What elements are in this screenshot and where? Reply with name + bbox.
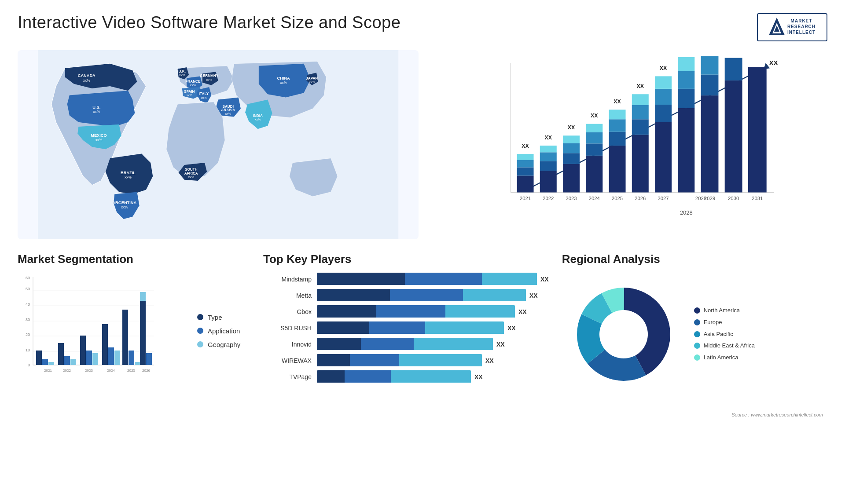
svg-text:ARABIA: ARABIA (221, 108, 235, 112)
legend-dot-geography (197, 341, 203, 347)
bar-segment (463, 289, 526, 301)
player-row: GboxXX (263, 305, 549, 318)
svg-text:AFRICA: AFRICA (184, 172, 198, 175)
key-players-section: Top Key Players MindstampXXMettaXXGboxXX… (263, 252, 549, 420)
regional-dot (694, 331, 700, 337)
player-xx-label: XX (485, 357, 494, 364)
svg-text:2023: 2023 (85, 369, 93, 373)
svg-rect-83 (678, 108, 695, 193)
svg-text:XX: XX (637, 83, 644, 89)
svg-text:2024: 2024 (107, 369, 115, 373)
player-bar-inner (317, 338, 493, 351)
svg-text:xx%: xx% (179, 73, 185, 77)
svg-text:0: 0 (28, 363, 30, 367)
players-list: MindstampXXMettaXXGboxXXS5D RUSHXXInnovi… (263, 273, 549, 383)
svg-rect-48 (540, 161, 557, 171)
bar-segment (317, 273, 405, 285)
svg-rect-125 (108, 347, 114, 365)
player-name: TVPage (263, 373, 312, 380)
bar-segment (399, 354, 482, 366)
player-name: Metta (263, 292, 312, 299)
svg-text:xx%: xx% (186, 94, 192, 97)
svg-rect-132 (140, 301, 146, 365)
svg-text:2029: 2029 (704, 196, 715, 201)
bar-chart: XX XX 2021 XX 2022 (432, 50, 827, 239)
svg-text:xx%: xx% (255, 118, 261, 121)
player-bar-wrap: XX (317, 289, 549, 302)
legend-application: Application (197, 327, 250, 335)
svg-text:60: 60 (26, 276, 30, 280)
bar-segment (390, 289, 463, 301)
svg-text:2026: 2026 (635, 196, 646, 201)
svg-rect-42 (517, 168, 534, 176)
svg-text:2026: 2026 (142, 369, 150, 373)
svg-text:ITALY: ITALY (199, 92, 209, 96)
legend-dot-application (197, 328, 203, 334)
svg-rect-128 (122, 310, 128, 365)
bottom-section: Market Segmentation 0 10 20 30 40 50 (18, 252, 827, 420)
svg-text:FRANCE: FRANCE (185, 80, 201, 84)
bar-segment (350, 354, 400, 366)
svg-text:GERMANY: GERMANY (200, 74, 218, 78)
player-row: TVPageXX (263, 370, 549, 383)
svg-text:50: 50 (26, 287, 30, 291)
player-bar-inner (317, 305, 515, 318)
svg-rect-120 (80, 336, 86, 365)
svg-rect-50 (540, 146, 557, 152)
svg-text:2023: 2023 (566, 196, 577, 201)
regional-label: Middle East & Africa (704, 342, 755, 350)
svg-text:30: 30 (26, 318, 30, 322)
player-xx-label: XX (540, 276, 549, 283)
segmentation-svg-wrap: 0 10 20 30 40 50 60 (18, 273, 188, 389)
logo: MARKET RESEARCH INTELLECT (757, 13, 827, 41)
donut-svg (562, 273, 685, 396)
svg-rect-129 (129, 351, 134, 365)
svg-text:ARGENTINA: ARGENTINA (112, 201, 136, 205)
svg-rect-41 (517, 176, 534, 193)
svg-text:xx%: xx% (201, 96, 207, 100)
svg-text:CHINA: CHINA (277, 76, 290, 80)
regional-label: North America (704, 307, 740, 314)
bar-segment (369, 321, 426, 334)
svg-rect-60 (586, 143, 603, 156)
segmentation-title: Market Segmentation (18, 252, 250, 266)
svg-text:2027: 2027 (658, 196, 669, 201)
svg-rect-126 (114, 351, 120, 365)
svg-text:XX: XX (591, 113, 598, 119)
svg-rect-89 (701, 75, 719, 96)
svg-text:XX: XX (614, 99, 621, 105)
player-name: WIREWAX (263, 357, 312, 364)
svg-text:XX: XX (522, 143, 529, 149)
regional-section: Regional Analysis (562, 252, 827, 420)
svg-rect-71 (632, 135, 649, 192)
svg-text:xx%: xx% (280, 81, 287, 85)
regional-dot (694, 354, 700, 361)
player-xx-label: XX (507, 325, 516, 332)
svg-rect-118 (70, 359, 76, 365)
svg-rect-61 (586, 132, 603, 144)
svg-text:xx%: xx% (190, 84, 196, 87)
bar-segment (317, 305, 376, 318)
svg-text:JAPAN: JAPAN (306, 77, 318, 80)
svg-text:2025: 2025 (612, 196, 623, 201)
svg-rect-112 (36, 351, 42, 365)
legend-label-geography: Geography (208, 341, 240, 348)
svg-text:XX: XX (545, 135, 552, 141)
bar-segment (317, 370, 345, 383)
svg-rect-68 (609, 110, 626, 119)
legend-type: Type (197, 314, 250, 321)
regional-legend-item: Middle East & Africa (694, 342, 755, 350)
source-text: Source : www.marketresearchintellect.com (731, 412, 823, 417)
player-row: S5D RUSHXX (263, 321, 549, 335)
svg-text:xx%: xx% (225, 112, 231, 116)
svg-rect-90 (701, 56, 719, 75)
bar-segment (376, 305, 446, 318)
key-players-title: Top Key Players (263, 252, 549, 266)
segmentation-chart-area: 0 10 20 30 40 50 60 (18, 273, 250, 389)
player-row: MettaXX (263, 289, 549, 302)
svg-text:xx%: xx% (309, 80, 315, 84)
bar-segment (425, 321, 504, 334)
svg-rect-73 (632, 105, 649, 119)
regional-legend-item: Europe (694, 319, 755, 326)
svg-rect-54 (563, 153, 580, 164)
